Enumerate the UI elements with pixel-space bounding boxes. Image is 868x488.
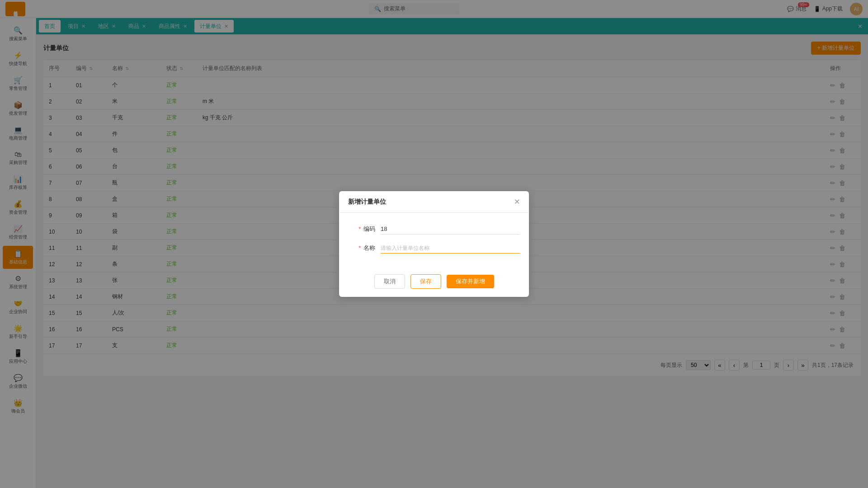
form-input-name[interactable] [381, 243, 520, 253]
form-label-name: * 名称 [348, 244, 375, 252]
save-and-add-button[interactable]: 保存并新增 [447, 275, 494, 288]
modal-header: 新增计量单位 ✕ [339, 191, 529, 213]
cancel-button[interactable]: 取消 [374, 274, 405, 289]
add-unit-modal: 新增计量单位 ✕ * 编码 * 名称 取消 保存 保存并新增 [339, 191, 529, 297]
form-row-code: * 编码 [348, 224, 520, 235]
form-row-name: * 名称 [348, 243, 520, 253]
modal-close-button[interactable]: ✕ [514, 197, 520, 206]
form-label-code: * 编码 [348, 225, 375, 233]
save-button[interactable]: 保存 [410, 274, 441, 289]
modal-body: * 编码 * 名称 [339, 213, 529, 269]
modal-footer: 取消 保存 保存并新增 [339, 269, 529, 297]
modal-overlay: 新增计量单位 ✕ * 编码 * 名称 取消 保存 保存并新增 [0, 0, 868, 488]
modal-title: 新增计量单位 [348, 198, 386, 206]
form-input-code[interactable] [381, 224, 520, 235]
